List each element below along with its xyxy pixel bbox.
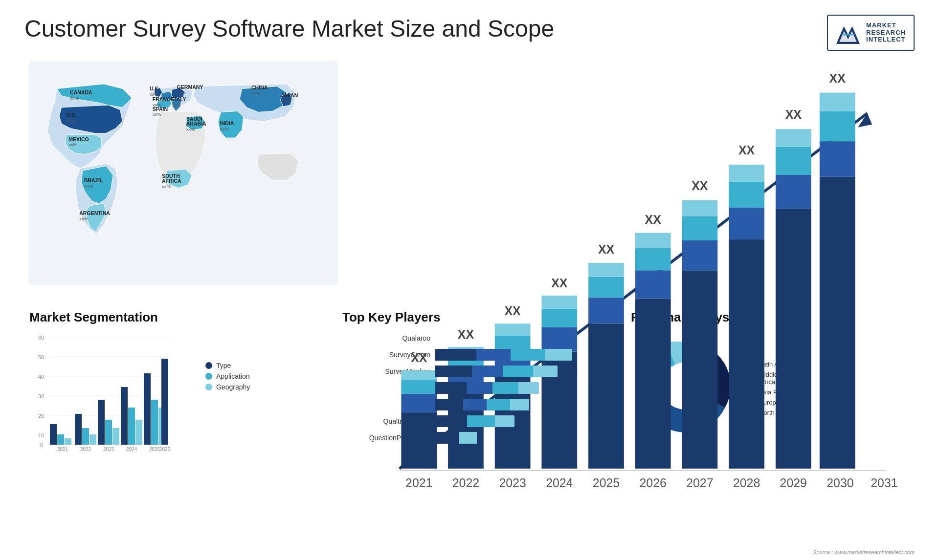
svg-text:xx%: xx% — [66, 118, 75, 123]
svg-rect-73 — [729, 239, 764, 469]
svg-rect-58 — [588, 323, 624, 469]
svg-text:CANADA: CANADA — [70, 89, 92, 95]
svg-rect-85 — [820, 111, 855, 141]
logo-line3: INTELLECT — [866, 36, 906, 43]
svg-text:2029: 2029 — [780, 476, 807, 490]
svg-text:2022: 2022 — [452, 476, 479, 490]
svg-text:2028: 2028 — [733, 476, 760, 490]
svg-text:2021: 2021 — [405, 476, 432, 490]
svg-text:xx%: xx% — [150, 91, 159, 97]
svg-rect-56 — [541, 296, 577, 309]
map-section: CANADA xx% U.S. xx% MEXICO xx% BRAZIL xx… — [24, 61, 342, 545]
svg-rect-55 — [541, 309, 577, 327]
page-title: Customer Survey Software Market Size and… — [24, 15, 554, 43]
svg-rect-78 — [776, 209, 811, 469]
logo-icon — [836, 21, 860, 45]
svg-text:xx%: xx% — [153, 111, 162, 117]
svg-text:xx%: xx% — [220, 126, 229, 131]
svg-text:xx%: xx% — [172, 102, 181, 108]
player-bar-hubspot — [435, 382, 580, 394]
svg-text:ITALY: ITALY — [172, 96, 186, 102]
svg-text:xx%: xx% — [281, 98, 290, 103]
svg-text:XX: XX — [598, 242, 615, 256]
svg-text:MEXICO: MEXICO — [68, 136, 89, 142]
logo-line1: MARKET — [866, 22, 906, 29]
source-text: Source : www.marketresearchintellect.com — [813, 549, 915, 555]
svg-rect-80 — [776, 147, 811, 175]
svg-rect-61 — [588, 263, 624, 277]
player-bar-questionpro — [435, 432, 580, 444]
svg-text:2023: 2023 — [499, 476, 526, 490]
svg-rect-40 — [401, 380, 437, 394]
svg-text:2031: 2031 — [871, 476, 897, 490]
page-container: Customer Survey Software Market Size and… — [0, 0, 939, 560]
svg-rect-39 — [401, 394, 437, 412]
svg-rect-86 — [820, 93, 855, 111]
svg-text:XX: XX — [411, 351, 427, 365]
growth-chart-section: XX XX XX XX — [352, 61, 915, 545]
svg-rect-71 — [682, 200, 718, 216]
svg-rect-38 — [401, 412, 437, 469]
svg-rect-41 — [401, 370, 437, 380]
svg-text:XX: XX — [692, 179, 708, 193]
svg-rect-83 — [820, 177, 855, 469]
svg-rect-79 — [776, 175, 811, 209]
svg-text:XX: XX — [738, 143, 755, 157]
svg-rect-70 — [682, 216, 718, 240]
svg-text:xx%: xx% — [68, 142, 78, 147]
player-bar-surveygizmo — [435, 349, 580, 361]
svg-rect-65 — [635, 248, 671, 270]
svg-text:2026: 2026 — [640, 476, 667, 490]
logo-line2: RESEARCH — [866, 29, 906, 37]
svg-rect-84 — [820, 141, 855, 177]
svg-text:CHINA: CHINA — [251, 85, 268, 90]
svg-rect-60 — [588, 277, 624, 298]
svg-rect-66 — [635, 233, 671, 248]
svg-rect-64 — [635, 270, 671, 298]
svg-text:XX: XX — [551, 276, 568, 290]
player-bar-qualaroo — [435, 332, 588, 344]
svg-text:2027: 2027 — [686, 476, 713, 490]
svg-text:U.K.: U.K. — [150, 86, 160, 91]
svg-rect-76 — [729, 165, 764, 181]
logo-container: MARKET RESEARCH INTELLECT — [827, 15, 915, 51]
svg-text:2024: 2024 — [546, 476, 573, 490]
svg-text:xx%: xx% — [70, 95, 79, 101]
player-bar-survicate — [435, 399, 580, 410]
svg-text:ARGENTINA: ARGENTINA — [79, 210, 110, 216]
svg-text:xx%: xx% — [186, 127, 196, 132]
growth-chart-svg: XX XX XX XX — [362, 65, 905, 526]
header: Customer Survey Software Market Size and… — [24, 15, 915, 51]
svg-rect-68 — [682, 270, 718, 469]
svg-text:U.S.: U.S. — [66, 112, 76, 118]
svg-text:XX: XX — [505, 304, 521, 318]
svg-text:FRANCE: FRANCE — [153, 96, 174, 102]
svg-text:XX: XX — [645, 213, 662, 226]
svg-rect-81 — [776, 129, 811, 147]
svg-text:GERMANY: GERMANY — [177, 84, 203, 90]
svg-text:INDIA: INDIA — [220, 120, 234, 126]
svg-text:xx%: xx% — [162, 184, 171, 189]
player-bar-qualtrics — [435, 415, 580, 427]
svg-rect-75 — [729, 181, 764, 208]
svg-text:ARABIA: ARABIA — [186, 121, 206, 127]
player-bar-surveymonkey — [435, 366, 580, 377]
svg-rect-74 — [729, 208, 764, 239]
svg-text:XX: XX — [785, 108, 802, 121]
svg-text:xx%: xx% — [251, 90, 261, 96]
svg-text:xx%: xx% — [177, 89, 186, 95]
svg-text:XX: XX — [829, 71, 846, 85]
svg-text:BRAZIL: BRAZIL — [84, 177, 103, 183]
svg-text:2030: 2030 — [827, 476, 853, 490]
svg-rect-63 — [635, 299, 671, 469]
logo-text: MARKET RESEARCH INTELLECT — [866, 22, 906, 44]
svg-text:JAPAN: JAPAN — [281, 92, 298, 98]
svg-rect-69 — [682, 240, 718, 270]
svg-text:SPAIN: SPAIN — [153, 106, 168, 112]
svg-text:AFRICA: AFRICA — [162, 178, 181, 184]
world-map: CANADA xx% U.S. xx% MEXICO xx% BRAZIL xx… — [24, 61, 342, 285]
svg-text:2025: 2025 — [593, 476, 620, 490]
svg-text:xx%: xx% — [79, 216, 89, 221]
svg-text:xx%: xx% — [84, 183, 93, 189]
svg-rect-59 — [588, 298, 624, 324]
